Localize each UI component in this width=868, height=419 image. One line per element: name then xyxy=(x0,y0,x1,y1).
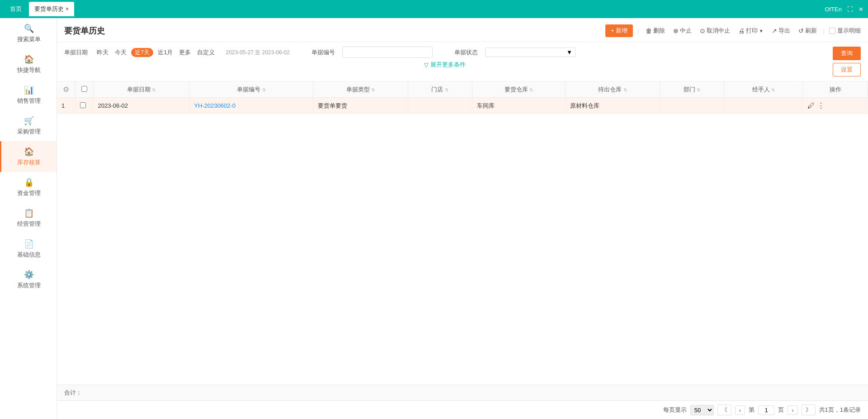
row-doc-no[interactable]: YH-20230602-0 xyxy=(189,98,313,114)
col-settings[interactable]: ⚙ xyxy=(57,81,75,98)
col-pending-warehouse[interactable]: 待出仓库 ⇅ xyxy=(565,81,660,98)
sidebar-item-finance-mgmt[interactable]: 🔒 资金管理 xyxy=(0,172,57,203)
status-label: 单据状态 xyxy=(454,48,478,57)
col-dept[interactable]: 部门 ⇅ xyxy=(660,81,724,98)
sort-dept-icon[interactable]: ⇅ xyxy=(697,87,700,92)
page-header: 要货单历史 + 新增 | 🗑 删除 ⊗ 中止 ⊙ 取消中止 🖨 xyxy=(57,18,868,42)
export-icon: ↗ xyxy=(772,27,777,34)
row-req-warehouse: 车间库 xyxy=(472,98,566,114)
refresh-button[interactable]: ↺ 刷新 xyxy=(797,26,819,36)
sidebar-item-inventory-calc[interactable]: 🏠 库存核算 xyxy=(0,141,57,172)
sort-store-icon[interactable]: ⇅ xyxy=(445,87,448,92)
status-dropdown-icon: ▼ xyxy=(566,49,572,56)
sort-doc-type-icon[interactable]: ⇅ xyxy=(371,87,375,92)
sidebar-item-label: 基础信息 xyxy=(17,251,41,259)
new-button[interactable]: + 新增 xyxy=(605,24,633,37)
row-select-checkbox[interactable] xyxy=(80,102,86,108)
shortcut-nav-icon: 🏠 xyxy=(24,54,34,64)
toolbar: + 新增 | 🗑 删除 ⊗ 中止 ⊙ 取消中止 🖨 打印 ▼ xyxy=(605,24,861,37)
sidebar-item-ops-mgmt[interactable]: 📋 经营管理 xyxy=(0,203,57,233)
pagination: 每页显示 50 10 20 100 《 ‹ 第 1 页 › 》 共1页，1条记录 xyxy=(57,400,868,419)
last-page-btn[interactable]: 》 xyxy=(802,405,816,415)
sidebar-item-system-mgmt[interactable]: ⚙️ 系统管理 xyxy=(0,264,57,295)
shortcut-1month[interactable]: 近1月 xyxy=(156,48,175,57)
sidebar-item-basic-info[interactable]: 📄 基础信息 xyxy=(0,233,57,264)
ops-mgmt-icon: 📋 xyxy=(24,208,34,218)
row-checkbox[interactable] xyxy=(75,98,93,114)
page-input[interactable]: 1 xyxy=(758,405,774,415)
search-menu-icon: 🔍 xyxy=(24,24,34,33)
sort-pending-warehouse-icon[interactable]: ⇅ xyxy=(623,87,627,92)
tab-home[interactable]: 首页 xyxy=(5,2,27,16)
sort-doc-date-icon[interactable]: ⇅ xyxy=(152,87,156,92)
first-page-btn[interactable]: 《 xyxy=(717,405,731,415)
sidebar-item-purchase-mgmt[interactable]: 🛒 采购管理 xyxy=(0,110,57,141)
sidebar-item-shortcut-nav[interactable]: 🏠 快捷导航 xyxy=(0,49,57,80)
close-window-icon[interactable]: ✕ xyxy=(859,6,863,13)
sidebar-item-label: 采购管理 xyxy=(17,128,41,136)
cancel-stop-button[interactable]: ⊙ 取消中止 xyxy=(698,26,732,36)
sort-handler-icon[interactable]: ⇅ xyxy=(771,87,775,92)
sort-doc-no-icon[interactable]: ⇅ xyxy=(262,87,266,92)
delete-button[interactable]: 🗑 删除 xyxy=(644,26,667,36)
col-checkbox[interactable] xyxy=(75,81,93,98)
prev-page-btn[interactable]: ‹ xyxy=(735,405,745,415)
tab-home-label: 首页 xyxy=(10,5,22,13)
col-handler[interactable]: 经手人 ⇅ xyxy=(724,81,803,98)
row-action: 🖊 ⋮ xyxy=(803,98,868,114)
date-shortcuts: 昨天 今天 近7天 近1月 更多 自定义 xyxy=(95,48,217,57)
col-doc-no[interactable]: 单据编号 ⇅ xyxy=(189,81,313,98)
expand-more[interactable]: ▽ 展开更多条件 xyxy=(64,61,826,69)
shortcut-today[interactable]: 今天 xyxy=(113,48,128,57)
status-select[interactable]: ▼ xyxy=(485,48,576,57)
shortcut-more[interactable]: 更多 xyxy=(177,48,193,57)
query-buttons: 查询 设置 xyxy=(833,47,861,76)
expand-down-icon: ▽ xyxy=(424,62,429,68)
maximize-icon[interactable]: ⛶ xyxy=(847,6,853,13)
tab-purchase-history[interactable]: 要货单历史 × xyxy=(29,2,74,16)
next-page-btn[interactable]: › xyxy=(788,405,797,415)
row-edit-icon[interactable]: 🖊 xyxy=(807,102,815,110)
filter-fields: 单据日期 昨天 今天 近7天 近1月 更多 自定义 2023-05-27 至 2… xyxy=(64,47,826,69)
data-table: ⚙ 单据日期 ⇅ 单据编号 ⇅ xyxy=(57,81,868,114)
col-store[interactable]: 门店 ⇅ xyxy=(408,81,472,98)
per-page-label: 每页显示 xyxy=(663,406,687,414)
brand-label: OfTEn xyxy=(825,6,842,13)
select-all-checkbox[interactable] xyxy=(81,86,87,92)
page-title: 要货单历史 xyxy=(64,25,105,36)
row-dept xyxy=(660,98,724,114)
inventory-calc-icon: 🏠 xyxy=(24,147,34,157)
sort-req-warehouse-icon[interactable]: ⇅ xyxy=(529,87,533,92)
row-more-icon[interactable]: ⋮ xyxy=(817,101,825,110)
doc-no-input[interactable] xyxy=(342,47,433,58)
export-button[interactable]: ↗ 导出 xyxy=(770,26,792,36)
system-mgmt-icon: ⚙️ xyxy=(24,270,34,280)
main-layout: 🔍 搜索菜单 🏠 快捷导航 📊 销售管理 🛒 采购管理 🏠 库存核算 🔒 资金管… xyxy=(0,18,868,419)
col-req-warehouse[interactable]: 要货仓库 ⇅ xyxy=(472,81,566,98)
stop-button[interactable]: ⊗ 中止 xyxy=(671,26,693,36)
print-icon: 🖨 xyxy=(738,27,745,34)
print-button[interactable]: 🖨 打印 ▼ xyxy=(736,26,765,36)
table-settings-icon[interactable]: ⚙ xyxy=(63,86,69,93)
sidebar-item-search-menu[interactable]: 🔍 搜索菜单 xyxy=(0,18,57,49)
total-info: 共1页，1条记录 xyxy=(819,406,861,414)
shortcut-7days[interactable]: 近7天 xyxy=(131,48,153,57)
content-area: 要货单历史 + 新增 | 🗑 删除 ⊗ 中止 ⊙ 取消中止 🖨 xyxy=(57,18,868,419)
page-unit: 页 xyxy=(778,406,784,414)
display-detail-toggle[interactable]: 显示明细 xyxy=(829,27,861,35)
stop-icon: ⊗ xyxy=(673,27,679,34)
row-doc-type: 要货单要货 xyxy=(313,98,408,114)
delete-icon: 🗑 xyxy=(646,27,652,34)
filter-section: 单据日期 昨天 今天 近7天 近1月 更多 自定义 2023-05-27 至 2… xyxy=(64,47,861,76)
col-doc-date[interactable]: 单据日期 ⇅ xyxy=(93,81,189,98)
col-doc-type[interactable]: 单据类型 ⇅ xyxy=(313,81,408,98)
tab-close-icon[interactable]: × xyxy=(66,6,69,12)
per-page-select[interactable]: 50 10 20 100 xyxy=(690,405,714,415)
sidebar-item-label: 库存核算 xyxy=(17,158,41,167)
display-detail-checkbox[interactable] xyxy=(829,28,835,34)
query-button[interactable]: 查询 xyxy=(833,47,861,60)
shortcut-custom[interactable]: 自定义 xyxy=(195,48,217,57)
setting-button[interactable]: 设置 xyxy=(833,63,861,76)
sidebar-item-sales-mgmt[interactable]: 📊 销售管理 xyxy=(0,80,57,110)
shortcut-yesterday[interactable]: 昨天 xyxy=(95,48,110,57)
